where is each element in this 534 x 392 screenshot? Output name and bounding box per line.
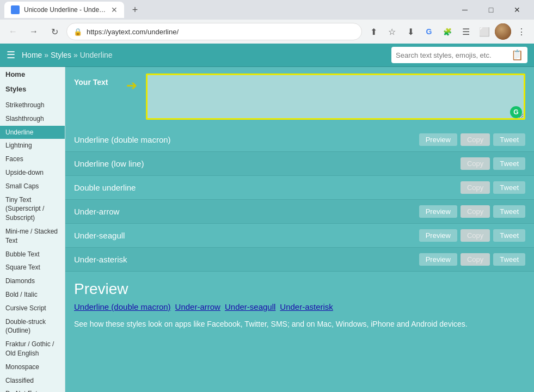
tweet-button[interactable]: Tweet xyxy=(493,133,525,146)
style-actions: Preview Copy Tweet xyxy=(419,229,525,242)
style-name: Double underline xyxy=(74,183,461,192)
sidebar-item-diamonds[interactable]: Diamonds xyxy=(0,274,65,288)
tab-close-icon[interactable]: ✕ xyxy=(111,5,118,14)
sidebar-item-monospace[interactable]: Monospace xyxy=(0,360,65,374)
page: ☰ Home » Styles » Underline 📋 Home Style… xyxy=(0,44,534,392)
url-text: https://yaytext.com/underline/ xyxy=(87,28,355,36)
sidebar-item-mini-me[interactable]: Mini-me / Stacked Text xyxy=(0,225,65,248)
tweet-button[interactable]: Tweet xyxy=(493,253,525,266)
sidebar-item-bold-italic[interactable]: Bold / Italic xyxy=(0,288,65,302)
hamburger-menu[interactable]: ☰ xyxy=(7,49,15,61)
tweet-button[interactable]: Tweet xyxy=(493,229,525,242)
style-row: Under-arrow Preview Copy Tweet xyxy=(65,200,534,224)
sidebar-item-tiny-text[interactable]: Tiny Text (Superscript / Subscript) xyxy=(0,193,65,225)
preview-button[interactable]: Preview xyxy=(419,133,457,146)
sidebar-item-small-caps[interactable]: Small Caps xyxy=(0,180,65,193)
breadcrumb-home[interactable]: Home xyxy=(22,51,42,59)
arrow-icon: ➔ xyxy=(126,78,137,93)
profile-button[interactable] xyxy=(495,23,511,40)
style-name: Underline (low line) xyxy=(74,159,461,168)
style-row: Under-asterisk Preview Copy Tweet xyxy=(65,248,534,272)
tweet-button[interactable]: Tweet xyxy=(493,181,525,194)
tab-favicon xyxy=(11,5,20,14)
extension-icon[interactable]: 🧩 xyxy=(439,23,456,40)
preview-button[interactable]: Preview xyxy=(419,229,457,242)
tab-title: Unicode Underline - Underline xyxy=(24,6,107,14)
sidebar-item-double-struck[interactable]: Double-struck (Outline) xyxy=(0,315,65,338)
grammarly-icon[interactable]: G xyxy=(510,106,522,118)
sidebar-item-underline[interactable]: Underline xyxy=(0,126,65,139)
preview-link-double-macron[interactable]: Underline (double macron) xyxy=(74,302,171,311)
download-icon[interactable]: ⬇ xyxy=(402,23,419,40)
style-actions: Preview Copy Tweet xyxy=(419,253,525,266)
reload-button[interactable]: ↻ xyxy=(46,23,63,40)
copy-button[interactable]: Copy xyxy=(461,253,490,266)
google-icon[interactable]: G xyxy=(421,23,437,40)
close-button[interactable]: ✕ xyxy=(505,1,530,19)
title-bar-left: Unicode Underline - Underline ✕ + xyxy=(4,2,452,18)
title-bar: Unicode Underline - Underline ✕ + ─ □ ✕ xyxy=(0,0,534,20)
active-tab[interactable]: Unicode Underline - Underline ✕ xyxy=(4,2,124,18)
style-row: Double underline Copy Tweet xyxy=(65,176,534,200)
text-input[interactable] xyxy=(146,74,525,120)
style-row: Under-seagull Preview Copy Tweet xyxy=(65,224,534,248)
new-tab-button[interactable]: + xyxy=(127,2,143,17)
breadcrumb-styles[interactable]: Styles xyxy=(51,51,71,59)
preview-button[interactable]: Preview xyxy=(419,253,457,266)
sidebar-item-strikethrough[interactable]: Strikethrough xyxy=(0,99,65,112)
split-view-icon[interactable]: ⬜ xyxy=(476,23,493,40)
style-name: Under-seagull xyxy=(74,231,419,240)
sidebar-item-slashthrough[interactable]: Slashthrough xyxy=(0,112,65,126)
top-bar-left: ☰ Home » Styles » Underline xyxy=(7,49,113,61)
nav-icons: ⬆ ☆ ⬇ G 🧩 ☰ ⬜ ⋮ xyxy=(365,23,530,40)
sidebar-item-square-text[interactable]: Square Text xyxy=(0,261,65,274)
reading-list-icon[interactable]: ☰ xyxy=(458,23,474,40)
style-name: Underline (double macron) xyxy=(74,135,419,144)
copy-button[interactable]: Copy xyxy=(461,157,490,170)
tweet-button[interactable]: Tweet xyxy=(493,157,525,170)
copy-button[interactable]: Copy xyxy=(461,205,490,218)
preview-link-under-asterisk[interactable]: Under-asterisk xyxy=(280,302,333,311)
sidebar-item-bubble-text[interactable]: Bubble Text xyxy=(0,248,65,261)
style-name: Under-asterisk xyxy=(74,255,419,264)
nav-bar: ← → ↻ 🔒 https://yaytext.com/underline/ ⬆… xyxy=(0,20,534,44)
sidebar-item-cursive-script[interactable]: Cursive Script xyxy=(0,302,65,315)
style-actions: Copy Tweet xyxy=(461,157,525,170)
sidebar-home-link[interactable]: Home xyxy=(0,67,65,82)
preview-link-under-arrow[interactable]: Under-arrow xyxy=(175,302,220,311)
copy-button[interactable]: Copy xyxy=(461,229,490,242)
preview-section: Preview Underline (double macron) Under-… xyxy=(65,272,534,339)
share-icon[interactable]: ⬆ xyxy=(365,23,382,40)
content-area: Your Text ➔ G Underline (double macron) … xyxy=(65,67,534,392)
search-input[interactable] xyxy=(396,51,508,59)
sidebar-item-do-not-enter[interactable]: Do Not Enter xyxy=(0,387,65,392)
sidebar-item-fraktur[interactable]: Fraktur / Gothic / Old English xyxy=(0,338,65,360)
back-button[interactable]: ← xyxy=(4,23,22,40)
tweet-button[interactable]: Tweet xyxy=(493,205,525,218)
bookmark-icon[interactable]: ☆ xyxy=(384,23,400,40)
style-row: Underline (double macron) Preview Copy T… xyxy=(65,128,534,152)
copy-button[interactable]: Copy xyxy=(461,133,490,146)
sidebar-item-classified[interactable]: Classified xyxy=(0,374,65,388)
copy-button[interactable]: Copy xyxy=(461,181,490,194)
browser-chrome: Unicode Underline - Underline ✕ + ─ □ ✕ … xyxy=(0,0,534,44)
maximize-button[interactable]: □ xyxy=(478,1,504,19)
sidebar-item-lightning[interactable]: Lightning xyxy=(0,139,65,152)
sidebar: Home Styles Strikethrough Slashthrough U… xyxy=(0,67,65,392)
address-bar[interactable]: 🔒 https://yaytext.com/underline/ xyxy=(66,23,362,40)
sidebar-item-upside-down[interactable]: Upside-down xyxy=(0,166,65,180)
breadcrumb: Home » Styles » Underline xyxy=(22,51,113,59)
minimize-button[interactable]: ─ xyxy=(452,1,477,19)
style-name: Under-arrow xyxy=(74,207,419,216)
your-text-section: Your Text ➔ G xyxy=(65,67,534,128)
arrow-area: ➔ xyxy=(126,74,137,93)
forward-button[interactable]: → xyxy=(25,23,42,40)
window-controls: ─ □ ✕ xyxy=(452,1,530,19)
preview-link-under-seagull[interactable]: Under-seagull xyxy=(225,302,275,311)
style-rows: Underline (double macron) Preview Copy T… xyxy=(65,128,534,272)
preview-button[interactable]: Preview xyxy=(419,205,457,218)
preview-description: See how these styles look on apps like F… xyxy=(74,318,525,330)
sidebar-item-faces[interactable]: Faces xyxy=(0,152,65,166)
clipboard-icon[interactable]: 📋 xyxy=(511,49,523,61)
more-menu-icon[interactable]: ⋮ xyxy=(513,23,530,40)
